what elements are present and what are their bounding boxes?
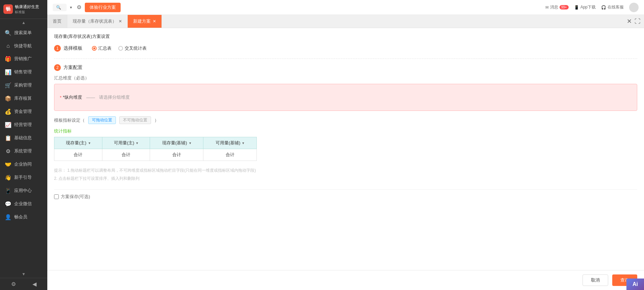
sidebar-item-label: 搜索菜单 <box>14 30 32 36</box>
inventory-icon: 📦 <box>5 95 11 102</box>
tab-inventory-status-close[interactable]: ✕ <box>119 19 122 24</box>
sidebar-item-quick-nav[interactable]: ⌂ 快捷导航 <box>0 40 47 52</box>
member-icon: 👤 <box>5 214 11 220</box>
enterprise-icon: 🤝 <box>5 161 11 168</box>
section-divider <box>54 58 637 59</box>
trial-btn[interactable]: 体验行业方案 <box>85 3 121 12</box>
sidebar-item-wechat[interactable]: 💬 企业微信 <box>0 197 47 211</box>
sidebar-item-sales[interactable]: 📊 销售管理 <box>0 66 47 79</box>
save-row: 方案保存(可选) <box>54 189 637 204</box>
sidebar-scroll-up[interactable]: ▲ <box>0 19 47 26</box>
page-title: 现存量(库存状况表)方案设置 <box>54 33 637 40</box>
purchase-icon: 🛒 <box>5 82 11 89</box>
logo-name: 畅康通好生意 <box>15 4 39 10</box>
tab-new-scheme-close[interactable]: ✕ <box>153 19 156 24</box>
gear-icon[interactable]: ⚙ <box>77 4 81 10</box>
logo-sub: 标准版 <box>15 10 39 15</box>
topbar-dropdown[interactable]: ▾ <box>70 5 72 10</box>
stats-section: 统计指标 现存量(主) ▾ <box>54 128 637 161</box>
system-icon: ⚙ <box>5 148 11 154</box>
indicators-row: 模板指标设定（ 可拖动位置 不可拖动位置 ） <box>54 116 637 124</box>
sidebar-item-inventory[interactable]: 📦 库存核算 <box>0 92 47 105</box>
stats-title: 统计指标 <box>54 128 637 134</box>
message-btn[interactable]: ✉ 消息 99+ <box>545 4 569 10</box>
cell-0-3: 合计 <box>203 149 257 161</box>
sidebar-item-enterprise[interactable]: 🤝 企业协同 <box>0 158 47 171</box>
close-panel-btn[interactable]: ✕ <box>627 18 632 25</box>
wechat-icon: 💬 <box>5 201 11 207</box>
col-header-3[interactable]: 可用量(基辅) ▾ <box>203 137 257 149</box>
col-header-0[interactable]: 现存量(主) ▾ <box>54 137 102 149</box>
new-scheme-tab-label: 新建方案 <box>133 18 151 24</box>
message-icon: ✉ <box>545 5 549 10</box>
sidebar-item-operations[interactable]: 📈 经营管理 <box>0 118 47 131</box>
col-header-1[interactable]: 可用量(主) ▾ <box>102 137 150 149</box>
app-download-btn[interactable]: 📱 App下载 <box>574 4 596 10</box>
step2-header: 2 方案配置 <box>54 64 637 71</box>
stats-table: 现存量(主) ▾ 可用量(主) ▾ <box>54 137 257 161</box>
required-star: * <box>60 95 61 100</box>
sidebar-item-label: 企业协同 <box>14 161 32 167</box>
vertical-dim-label: *纵向维度 <box>63 94 82 100</box>
tab-inventory-status[interactable]: 现存量（库存状况表） ✕ <box>67 15 128 28</box>
user-avatar[interactable] <box>629 3 639 12</box>
message-badge: 99+ <box>560 5 569 9</box>
chevron-down-icon-2: ▾ <box>189 141 191 145</box>
col-label-0: 现存量(主) <box>66 140 86 146</box>
vertical-dim-box[interactable]: * *纵向维度 —— 请选择分组维度 <box>54 84 637 111</box>
sidebar-item-newbie[interactable]: 👋 新手引导 <box>0 171 47 184</box>
sidebar-item-system[interactable]: ⚙ 系统管理 <box>0 145 47 158</box>
sidebar-item-label: 应用中心 <box>14 188 32 194</box>
radio-cross-circle <box>118 46 123 51</box>
non-draggable-badge: 不可拖动位置 <box>119 116 151 124</box>
tab-new-scheme[interactable]: 新建方案 ✕ <box>128 15 162 28</box>
step2-num: 2 <box>54 64 61 71</box>
topbar-search[interactable]: 🔍 <box>53 4 67 11</box>
tip-1: 提示： 1.拖动标题栏可以调整布局，不可跨维度或指标区域拖动栏目字段(只能在同一… <box>54 166 637 174</box>
sidebar-item-member[interactable]: 👤 畅会员 <box>0 211 47 224</box>
sidebar-item-label: 系统管理 <box>14 148 32 154</box>
step1-num: 1 <box>54 45 61 52</box>
sidebar-bottom: ⚙ ◀ <box>0 278 47 290</box>
headset-icon: 🎧 <box>601 5 606 10</box>
col-label-1: 可用量(主) <box>114 140 134 146</box>
cell-0-1: 合计 <box>102 149 150 161</box>
dim-dash: —— <box>86 95 95 100</box>
marketing-icon: 🎁 <box>5 56 11 62</box>
logo-icon: 畅 <box>3 4 13 14</box>
sidebar-item-app-center[interactable]: 📱 应用中心 <box>0 184 47 197</box>
expand-panel-btn[interactable]: ⛶ <box>635 18 641 25</box>
sidebar-item-label: 库存核算 <box>14 95 32 101</box>
online-service-btn[interactable]: 🎧 在线客服 <box>601 4 624 10</box>
sidebar-item-label: 企业微信 <box>14 201 32 207</box>
sidebar-item-search-menu[interactable]: 🔍 搜索菜单 <box>0 26 47 40</box>
step1-title: 选择模板 <box>64 45 82 51</box>
quick-nav-icon: ⌂ <box>5 43 11 49</box>
tabs-bar: 首页 现存量（库存状况表） ✕ 新建方案 ✕ ✕ ⛶ <box>47 15 644 28</box>
sidebar-item-label: 经营管理 <box>14 122 32 128</box>
settings-icon[interactable]: ⚙ <box>11 281 16 287</box>
collapse-icon[interactable]: ◀ <box>32 281 36 287</box>
chevron-down-icon-3: ▾ <box>242 141 244 145</box>
tab-home[interactable]: 首页 <box>47 15 67 28</box>
table-header-row: 现存量(主) ▾ 可用量(主) ▾ <box>54 137 257 149</box>
radio-cross[interactable]: 交叉统计表 <box>118 45 147 51</box>
sidebar-item-basic-info[interactable]: 📋 基础信息 <box>0 131 47 145</box>
home-tab-label: 首页 <box>53 18 61 24</box>
search-icon: 🔍 <box>56 5 61 10</box>
sidebar-scroll-down[interactable]: ▼ <box>0 270 47 278</box>
ai-badge[interactable]: Ai <box>626 279 644 290</box>
sidebar-item-finance[interactable]: 💰 资金管理 <box>0 105 47 118</box>
cancel-button[interactable]: 取消 <box>583 274 608 286</box>
save-label: 方案保存(可选) <box>61 194 90 200</box>
sidebar-item-purchase[interactable]: 🛒 采购管理 <box>0 79 47 92</box>
col-header-2[interactable]: 现存量(基辅) ▾ <box>150 137 203 149</box>
sidebar-item-marketing[interactable]: 🎁 营销推广 <box>0 52 47 66</box>
chevron-down-icon: ▾ <box>70 5 72 10</box>
chevron-down-icon-0: ▾ <box>89 141 91 145</box>
radio-summary[interactable]: 汇总表 <box>92 45 112 51</box>
step1-header: 1 选择模板 汇总表 交叉统计表 <box>54 45 637 52</box>
topbar-right: ✉ 消息 99+ 📱 App下载 🎧 在线客服 <box>545 3 639 12</box>
tips-section: 提示： 1.拖动标题栏可以调整布局，不可跨维度或指标区域拖动栏目字段(只能在同一… <box>54 166 637 183</box>
save-checkbox[interactable] <box>54 194 59 199</box>
